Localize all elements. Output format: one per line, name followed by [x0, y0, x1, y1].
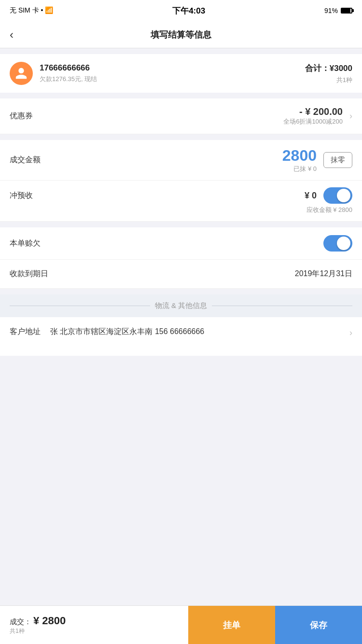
address-chevron-icon: › — [349, 326, 352, 338]
nav-bar: ‹ 填写结算等信息 — [0, 21, 362, 48]
total-sub: 共1种 — [305, 76, 352, 84]
battery-icon — [341, 8, 352, 14]
section-divider-3 — [0, 222, 362, 227]
address-label: 客户地址 — [10, 326, 41, 337]
status-time: 下午4:03 — [172, 5, 205, 16]
total-amount: 合计：¥3000 — [305, 63, 352, 74]
credit-label: 本单赊欠 — [10, 238, 41, 249]
due-date-row: 收款到期日 2019年12月31日 — [0, 260, 362, 289]
bottom-spacer — [0, 356, 362, 414]
bottom-deal-line: 成交： ¥ 2800 — [10, 615, 179, 627]
status-right: 91% — [324, 7, 352, 14]
bottom-deal-label: 成交： — [10, 617, 31, 627]
due-date-label: 收款到期日 — [10, 269, 48, 279]
discount-desc: 全场6折满1000减200 — [283, 117, 343, 126]
address-value: 张 北京市市辖区海淀区永丰南 156 66666666 — [50, 326, 346, 337]
discount-right: - ¥ 200.00 全场6折满1000减200 › — [283, 106, 352, 126]
prepaid-top: 冲预收 ¥ 0 — [10, 187, 352, 204]
prepaid-row: 冲预收 ¥ 0 应收金额 ¥ 2800 — [0, 181, 362, 222]
status-left: 无 SIM 卡 • 📶 — [10, 6, 53, 15]
battery-text: 91% — [324, 7, 338, 14]
deal-amount: 2800 — [282, 147, 317, 165]
status-bar: 无 SIM 卡 • 📶 下午4:03 91% — [0, 0, 362, 21]
save-button[interactable]: 保存 — [275, 606, 362, 644]
discount-amount: - ¥ 200.00 — [299, 106, 343, 117]
logistics-line-left — [10, 306, 150, 306]
section-divider-2 — [0, 134, 362, 140]
discount-label: 优惠券 — [10, 111, 33, 121]
avatar — [10, 62, 33, 85]
logistics-line-right — [212, 306, 352, 306]
discount-row[interactable]: 优惠券 - ¥ 200.00 全场6折满1000减200 › — [0, 98, 362, 134]
chevron-right-icon: › — [349, 111, 352, 121]
deal-label: 成交金额 — [10, 155, 282, 165]
due-date-value: 2019年12月31日 — [295, 269, 352, 279]
bottom-deal-amount: ¥ 2800 — [33, 615, 66, 627]
prepaid-amount: ¥ 0 — [305, 191, 317, 201]
prepaid-right: ¥ 0 — [305, 187, 352, 204]
back-button[interactable]: ‹ — [10, 28, 29, 42]
bottom-summary: 成交： ¥ 2800 共1种 — [0, 606, 188, 644]
hang-order-button[interactable]: 挂单 — [188, 606, 275, 644]
customer-card: 17666666666 欠款1276.35元, 现结 合计：¥3000 共1种 — [0, 54, 362, 93]
customer-total: 合计：¥3000 共1种 — [305, 63, 352, 84]
bottom-deal-sub: 共1种 — [10, 627, 179, 635]
section-divider-4 — [0, 289, 362, 294]
prepaid-toggle[interactable] — [323, 187, 352, 204]
address-row[interactable]: 客户地址 张 北京市市辖区海淀区永丰南 156 66666666 › — [0, 317, 362, 356]
deal-amount-col: 2800 已抹 ¥ 0 — [282, 147, 317, 173]
prepaid-label: 冲预收 — [10, 191, 33, 201]
deal-sub: 已抹 ¥ 0 — [293, 165, 317, 173]
customer-sub-text: 欠款1276.35元, 现结 — [40, 75, 305, 84]
prepaid-sub: 应收金额 ¥ 2800 — [10, 206, 352, 214]
round-zero-button[interactable]: 抹零 — [323, 152, 352, 168]
page-title: 填写结算等信息 — [151, 29, 211, 41]
credit-row: 本单赊欠 — [0, 227, 362, 260]
user-icon — [14, 67, 28, 80]
customer-info: 17666666666 欠款1276.35元, 现结 — [40, 63, 305, 84]
credit-toggle[interactable] — [323, 235, 352, 252]
bottom-bar: 成交： ¥ 2800 共1种 挂单 保存 — [0, 605, 362, 644]
customer-phone: 17666666666 — [40, 63, 305, 73]
deal-right: 2800 已抹 ¥ 0 抹零 — [282, 147, 352, 173]
logistics-header: 物流 & 其他信息 — [0, 294, 362, 317]
discount-values: - ¥ 200.00 全场6折满1000减200 — [283, 106, 343, 126]
logistics-text: 物流 & 其他信息 — [155, 301, 207, 310]
prepaid-amounts: ¥ 0 — [305, 191, 317, 201]
deal-amount-row: 成交金额 2800 已抹 ¥ 0 抹零 — [0, 140, 362, 181]
section-divider-1 — [0, 93, 362, 98]
